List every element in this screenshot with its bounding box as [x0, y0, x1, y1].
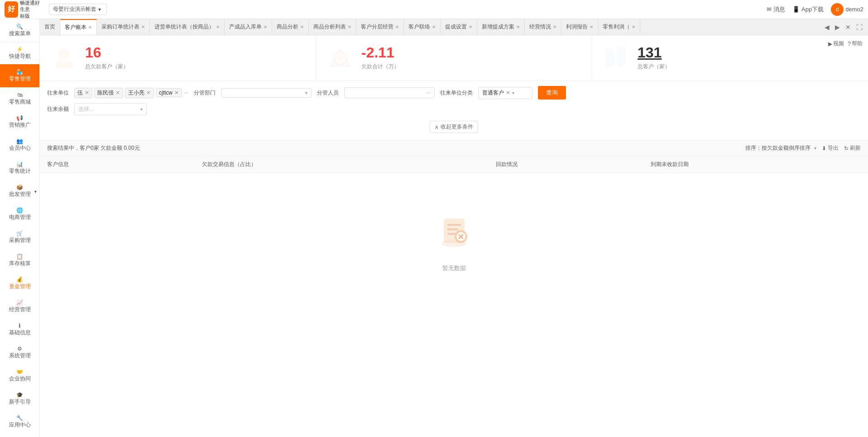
refresh-btn[interactable]: ↻ 刷新 [844, 144, 861, 152]
sidebar-item-ecommerce[interactable]: 🌐 电商管理 [0, 203, 39, 226]
filter-tag-close-1[interactable]: ✕ [115, 90, 120, 96]
sidebar-item-purchase[interactable]: 🛒 采购管理 [0, 226, 39, 249]
sidebar-item-retail[interactable]: 🏪 零售管理 [0, 64, 39, 87]
svg-rect-8 [447, 224, 461, 226]
dots-icon: ··· [426, 90, 431, 96]
filter-tag-close-0[interactable]: ✕ [85, 90, 89, 96]
chevron-down-icon-3: ▾ [140, 107, 143, 112]
tab-close-biz[interactable]: ✕ [553, 24, 556, 29]
sidebar-item-operations[interactable]: 📈 经营管理 [0, 295, 39, 318]
tab-customer-ops[interactable]: 客户分层经营 ✕ [356, 19, 404, 35]
tab-product-analysis[interactable]: 商品分析 ✕ [272, 19, 309, 35]
logo-icon: 好 [5, 1, 18, 18]
tab-close-profit[interactable]: ✕ [590, 24, 593, 29]
tab-promotion-settings[interactable]: 提成设置 ✕ [441, 19, 477, 35]
tab-customer-contact[interactable]: 客户联络 ✕ [404, 19, 441, 35]
sidebar-item-enterprise-wechat[interactable]: 💬 企业微信 [0, 433, 39, 437]
tab-expand[interactable]: ⛶ [854, 23, 864, 32]
sidebar-item-basic[interactable]: ℹ 基础信息 [0, 318, 39, 341]
tab-bar-actions: ◀ ▶ ✕ ⛶ [819, 23, 868, 32]
tab-close-contact[interactable]: ✕ [432, 24, 436, 29]
filter-tag-3: cjttcw ✕ [156, 88, 182, 97]
topbar-right: ✉ 消息 📱 App下载 d demo2 [767, 3, 863, 16]
sidebar-item-retail-stats[interactable]: 📊 零售统计 [0, 157, 39, 180]
tab-close-product[interactable]: ✕ [300, 24, 304, 29]
tab-home[interactable]: 首页 [40, 19, 60, 35]
sidebar-item-search[interactable]: 🔍 搜索菜单 [0, 19, 39, 43]
empty-icon [434, 209, 475, 259]
filter-tag-close-3[interactable]: ✕ [174, 90, 179, 96]
sidebar-item-wholesale[interactable]: 📦 批发管理 [0, 180, 39, 203]
table-col-overdue: 欠款交易信息（占比） [195, 156, 489, 173]
help-btn[interactable]: ? 帮助 [848, 40, 863, 48]
filter-more-btn[interactable]: ··· [184, 90, 188, 96]
account-selector[interactable]: 母婴行业演示帐套 ▾ [49, 4, 107, 15]
tab-accounts[interactable]: 客户账本 ✕ [60, 19, 97, 35]
unit-type-tag-close[interactable]: ✕ [506, 90, 510, 96]
tab-close-plan[interactable]: ✕ [516, 24, 520, 29]
tab-scroll-right[interactable]: ▶ [833, 23, 842, 32]
data-table: 客户信息 欠款交易信息（占比） 回款情况 到期未收款日期 [40, 156, 868, 309]
filter-dept-select[interactable]: ▾ [221, 88, 312, 98]
filter-person-select[interactable]: ··· [344, 87, 435, 98]
tab-inbound-stats[interactable]: 进货单统计表（按商品） ✕ [150, 19, 225, 35]
tab-product-list[interactable]: 商品分析列表 ✕ [309, 19, 356, 35]
tab-profit[interactable]: 利润报告 ✕ [561, 19, 598, 35]
filter-tag-0: 伍 ✕ [74, 88, 92, 98]
filter-unit-type-select[interactable]: 普通客户 ✕ ▾ [478, 87, 532, 99]
filter-balance-select[interactable]: 选择... ▾ [74, 103, 147, 115]
sidebar-item-newbie[interactable]: 🎓 新手引导 [0, 387, 39, 410]
tab-close-production[interactable]: ✕ [264, 24, 267, 29]
sidebar-item-marketing[interactable]: 📢 营销推广 [0, 110, 39, 133]
sidebar-item-inventory[interactable]: 📋 库存核算 [0, 249, 39, 272]
stat-icon-amount [327, 44, 354, 71]
svg-point-0 [59, 49, 70, 60]
sidebar-item-enterprise-coop[interactable]: 🤝 企业协同 [0, 364, 39, 387]
tab-close-purchase[interactable]: ✕ [141, 24, 145, 29]
sidebar-item-system[interactable]: ⚙ 系统管理 [0, 341, 39, 364]
filter-tag-close-2[interactable]: ✕ [146, 90, 151, 96]
tab-close-promo-set[interactable]: ✕ [469, 24, 472, 29]
tab-purchase-orders[interactable]: 采购订单统计表 ✕ [97, 19, 150, 35]
video-btn[interactable]: ▶ 视频 [828, 40, 844, 48]
tab-close-all[interactable]: ✕ [844, 23, 853, 32]
user-menu[interactable]: d demo2 [831, 3, 863, 16]
tab-close-ops[interactable]: ✕ [395, 24, 399, 29]
filter-unit-type-label: 往来单位分类 [440, 89, 473, 97]
filter-dept-label: 分管部门 [194, 89, 216, 97]
tab-scroll-left[interactable]: ◀ [823, 23, 831, 32]
sidebar-item-app-center[interactable]: 🔧 应用中心 [0, 410, 39, 433]
stat-label-overdue-customers: 总欠款客户（家） [85, 63, 129, 71]
sidebar-item-retail-mall[interactable]: 🛍 零售商城 [0, 87, 39, 110]
tab-new-plan[interactable]: 新增提成方案 ✕ [477, 19, 525, 35]
avatar: d [831, 3, 844, 16]
topbar: 好 畅捷通好生意 标版 母婴行业演示帐套 ▾ ✉ 消息 📱 App下载 d de… [0, 0, 868, 19]
filter-unit-tags: 伍 ✕ 陈民强 ✕ 王小亮 ✕ cjttcw ✕ [74, 88, 188, 98]
sort-select[interactable]: 排序：按欠款金额倒序排序 ▾ [745, 144, 816, 152]
tab-close-product-list[interactable]: ✕ [348, 24, 351, 29]
tab-production[interactable]: 产成品入库单 ✕ [225, 19, 272, 35]
stat-value-total: 131 [638, 45, 670, 61]
sort-chevron-icon: ▾ [814, 146, 816, 151]
stat-value-amount: -2.11 [361, 45, 399, 61]
query-button[interactable]: 查询 [538, 86, 566, 100]
table-header-row: 客户信息 欠款交易信息（占比） 回款情况 到期未收款日期 [40, 156, 868, 173]
message-btn[interactable]: ✉ 消息 [767, 5, 785, 14]
export-btn[interactable]: ⬇ 导出 [822, 144, 839, 152]
tab-retail-profit[interactable]: 零售利润（ ✕ [598, 19, 640, 35]
empty-state: 暂无数据 [40, 173, 868, 309]
sidebar-item-quick-nav[interactable]: ⚡ 快捷导航 [0, 43, 39, 64]
results-bar: 搜索结果中，客户0家 欠款金额 0.00元 排序：按欠款金额倒序排序 ▾ ⬇ 导… [40, 141, 868, 156]
tab-close-accounts[interactable]: ✕ [88, 25, 92, 30]
app-download-btn[interactable]: 📱 App下载 [792, 5, 824, 14]
stat-icon-customers [51, 44, 78, 71]
chevron-down-icon: ▾ [305, 90, 307, 95]
tab-close-inbound[interactable]: ✕ [216, 24, 220, 29]
stat-actions: ▶ 视频 ? 帮助 [828, 40, 863, 48]
sidebar-item-member[interactable]: 👥 会员中心 [0, 133, 39, 157]
sidebar-item-finance[interactable]: 💰 资金管理 [0, 272, 39, 295]
stat-label-amount: 欠款合计（万） [361, 63, 399, 71]
collapse-btn[interactable]: ∧ 收起更多条件 [430, 121, 478, 133]
tab-business[interactable]: 经营情况 ✕ [525, 19, 561, 35]
tab-close-retail[interactable]: ✕ [632, 24, 635, 29]
